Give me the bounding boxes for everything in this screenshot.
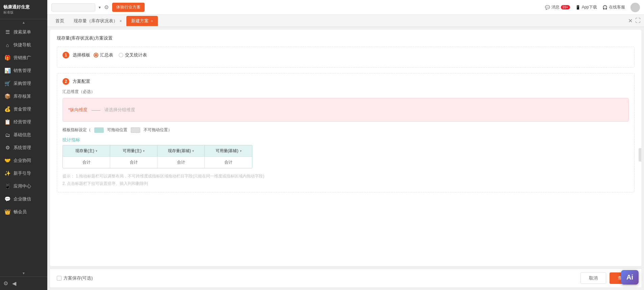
sidebar-item-operations[interactable]: 📋 经营管理	[0, 116, 47, 128]
tab-new-plan-close[interactable]: ×	[151, 19, 153, 23]
topbar-right: 💬 消息 99+ 📱 App下载 🎧 在线客服	[545, 3, 640, 12]
draggable-indicator	[94, 127, 104, 133]
tabbar: 首页 现存量（库存状况表） × 新建方案 × ✕ ⛶	[47, 15, 644, 27]
section-template: 1 选择模板 汇总表 交叉统计表	[57, 47, 635, 68]
stats-header-label-1: 可用量(主)	[123, 148, 142, 154]
enterprise-icon: 🤝	[4, 158, 11, 164]
sidebar-item-member[interactable]: 👑 畅会员	[0, 206, 47, 218]
message-icon: 💬	[545, 5, 550, 10]
search-menu-icon: ☰	[4, 29, 11, 35]
close-panel-icon[interactable]: ✕	[628, 18, 633, 24]
sidebar-item-label: 库存核算	[14, 93, 31, 99]
topbar-gear-icon[interactable]: ⚙	[104, 4, 109, 10]
stats-header-label-0: 现存量(主)	[75, 148, 94, 154]
topbar-dropdown-icon[interactable]: ▾	[99, 5, 101, 10]
sidebar-nav: ☰ 搜索菜单 ⌂ 快捷导航 🎁 营销推广 📊 销售管理 🛒 采购管理 📦 库存核…	[0, 26, 47, 270]
save-checkbox[interactable]	[57, 276, 61, 281]
app-download-icon: 📱	[575, 5, 580, 10]
main-area: ▾ ⚙ 体验行业方案 💬 消息 99+ 📱 App下载 🎧 在线客服 首页 现存…	[47, 0, 644, 290]
sidebar-scroll-down[interactable]: ▼	[0, 270, 47, 276]
sidebar-item-wechat[interactable]: 💬 企业微信	[0, 193, 47, 206]
operations-icon: 📋	[4, 119, 11, 125]
chevron-down-icon-2[interactable]: ▾	[192, 149, 194, 153]
user-avatar[interactable]	[630, 3, 640, 12]
chevron-down-icon-0[interactable]: ▾	[96, 149, 97, 153]
stats-header-col-1[interactable]: 可用量(主) ▾	[110, 145, 157, 156]
sidebar-item-quick-nav[interactable]: ⌂ 快捷导航	[0, 39, 47, 51]
radio-summary[interactable]: 汇总表	[94, 52, 113, 58]
tab-inventory-status[interactable]: 现存量（库存状况表） ×	[69, 16, 126, 26]
section2-header: 2 方案配置	[63, 78, 629, 85]
sidebar-item-label: 基础信息	[14, 132, 31, 138]
tab-new-plan[interactable]: 新建方案 ×	[126, 16, 157, 26]
sidebar-item-enterprise[interactable]: 🤝 企业协同	[0, 154, 47, 167]
section2-title: 方案配置	[73, 78, 90, 84]
sidebar-item-system[interactable]: ⚙ 系统管理	[0, 141, 47, 154]
sidebar-item-finance[interactable]: 💰 资金管理	[0, 103, 47, 116]
ai-button[interactable]: Ai	[621, 270, 639, 285]
sidebar-item-label: 搜索菜单	[14, 29, 31, 35]
settings-icon[interactable]: ⚙	[3, 280, 8, 287]
page-content: 现存量(库存状况表)方案设置 1 选择模板 汇总表 交叉统计表	[50, 30, 641, 266]
trial-btn[interactable]: 体验行业方案	[112, 3, 145, 12]
sidebar-item-label: 经营管理	[14, 119, 31, 125]
online-service-label: 在线客服	[609, 4, 625, 10]
sidebar-item-new-guide[interactable]: ✨ 新手引导	[0, 167, 47, 180]
sidebar-scroll-up[interactable]: ▲	[0, 19, 47, 26]
page-title: 现存量(库存状况表)方案设置	[57, 35, 635, 41]
dim-arrow: ——	[92, 107, 100, 113]
sidebar-item-base-info[interactable]: 🗂 基础信息	[0, 128, 47, 141]
app-download-item[interactable]: 📱 App下载	[575, 4, 597, 10]
chevron-down-icon-3[interactable]: ▾	[240, 149, 242, 153]
tips-area: 提示： 1.拖动标题栏可以调整布局，不可跨维度或指标区域拖动栏目字段(只能在同一…	[63, 173, 629, 187]
sidebar-item-app-center[interactable]: 📱 应用中心	[0, 180, 47, 193]
stats-header-col-0[interactable]: 现存量(主) ▾	[63, 145, 110, 156]
message-badge: 99+	[561, 5, 570, 9]
sidebar-item-sales[interactable]: 📊 销售管理	[0, 64, 47, 77]
right-panel-handle[interactable]	[639, 148, 641, 162]
sidebar-item-label: 新手引导	[14, 170, 31, 176]
radio-crosstab[interactable]: 交叉统计表	[119, 52, 147, 58]
sidebar-item-label: 企业微信	[14, 196, 31, 202]
sidebar-item-label: 快捷导航	[14, 42, 31, 48]
chevron-down-icon-1[interactable]: ▾	[143, 149, 145, 153]
radio-summary-label: 汇总表	[100, 52, 113, 58]
tab-home[interactable]: 首页	[51, 16, 69, 26]
section1-title: 选择模板	[73, 52, 90, 58]
dim-placeholder: 请选择分组维度	[104, 107, 135, 113]
expand-panel-icon[interactable]: ⛶	[635, 18, 641, 24]
cancel-button[interactable]: 取消	[580, 272, 606, 284]
stats-table: 现存量(主) ▾ 可用量(主) ▾ 现存量(基辅) ▾ 可用量(基辅) ▾	[63, 145, 252, 168]
stats-header-col-2[interactable]: 现存量(基辅) ▾	[157, 145, 205, 156]
tab-inventory-close[interactable]: ×	[120, 19, 122, 23]
sidebar-item-inventory[interactable]: 📦 库存核算	[0, 90, 47, 103]
purchase-icon: 🛒	[4, 80, 11, 87]
sidebar-item-label: 畅会员	[14, 209, 27, 215]
dim-area[interactable]: *纵向维度 —— 请选择分组维度	[63, 98, 629, 122]
sidebar-item-purchase[interactable]: 🛒 采购管理	[0, 77, 47, 90]
sidebar-item-search-menu[interactable]: ☰ 搜索菜单	[0, 26, 47, 39]
save-option: 方案保存(可选)	[57, 275, 93, 281]
sidebar-item-marketing[interactable]: 🎁 营销推广	[0, 51, 47, 64]
stats-body-col-3: 合计	[205, 156, 252, 168]
base-info-icon: 🗂	[4, 132, 11, 138]
template-setting-label: 模板指标设定（	[63, 127, 91, 133]
stats-header-col-3[interactable]: 可用量(基辅) ▾	[205, 145, 252, 156]
dim-field-label: *纵向维度	[68, 107, 88, 113]
message-item[interactable]: 💬 消息 99+	[545, 4, 570, 10]
stats-body-row: 合计 合计 合计 合计	[63, 156, 252, 168]
section1-header: 1 选择模板 汇总表 交叉统计表	[63, 52, 629, 58]
app-download-label: App下载	[582, 4, 597, 10]
online-service-item[interactable]: 🎧 在线客服	[602, 4, 625, 10]
section-config: 2 方案配置 汇总维度（必选） *纵向维度 —— 请选择分组维度 模板指标设定（…	[57, 73, 635, 192]
stats-header-label-3: 可用量(基辅)	[216, 148, 239, 154]
sidebar-item-label: 采购管理	[14, 80, 31, 87]
tabbar-right: ✕ ⛶	[628, 18, 641, 24]
template-radio-group: 汇总表 交叉统计表	[94, 52, 147, 58]
sidebar-item-label: 企业协同	[14, 158, 31, 164]
app-subtitle: 标准版	[3, 10, 44, 15]
topbar-search-input[interactable]	[51, 3, 95, 11]
radio-summary-dot	[94, 53, 98, 57]
system-icon: ⚙	[4, 145, 11, 151]
collapse-icon[interactable]: ◀	[12, 280, 16, 287]
